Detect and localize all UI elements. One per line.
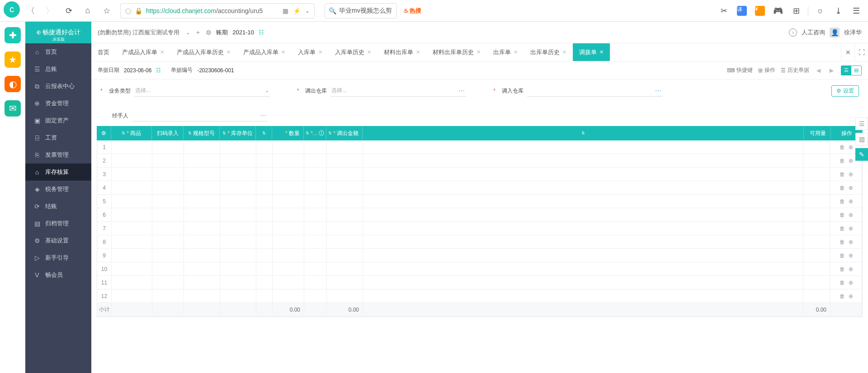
url-text: https://cloud.chanjet.com/accounting/uru… — [146, 7, 263, 14]
qr-icon[interactable]: ▦ — [283, 7, 288, 14]
fire-icon: ♨ — [403, 7, 409, 14]
search-icon: 🔍 — [329, 7, 336, 14]
search-box[interactable]: 🔍 毕业mv视频怎么剪 — [325, 3, 397, 19]
game-icon[interactable]: 🎮 — [770, 3, 786, 19]
download-icon[interactable]: ⤓ — [830, 3, 846, 19]
home-icon[interactable]: ⌂ — [80, 3, 96, 19]
search-placeholder: 毕业mv视频怎么剪 — [339, 7, 392, 15]
url-bar[interactable]: ◯ 🔒 https://cloud.chanjet.com/accounting… — [120, 3, 315, 19]
reload-icon[interactable]: ⟳ — [61, 3, 77, 19]
lock-icon: 🔒 — [135, 7, 142, 14]
bolt-icon[interactable]: ⚡ — [293, 7, 301, 14]
browser-toolbar: c 〈 〉 ⟳ ⌂ ☆ ◯ 🔒 https://cloud.chanjet.co… — [0, 0, 868, 22]
favorite-icon[interactable]: ☆ — [99, 3, 115, 19]
wallet-icon[interactable]: ¥ — [752, 3, 768, 19]
theme-icon[interactable]: ☼ — [812, 3, 828, 19]
hot-search-badge[interactable]: ♨ 热搜 — [403, 7, 421, 15]
nav-forward-icon[interactable]: 〉 — [42, 3, 58, 19]
browser-logo: c — [4, 1, 20, 18]
scissors-icon[interactable]: ✂ — [716, 3, 732, 19]
apps-icon[interactable]: ⊞ — [788, 3, 804, 19]
shield-icon: ◯ — [125, 8, 131, 14]
nav-back-icon[interactable]: 〈 — [23, 3, 39, 19]
menu-icon[interactable]: ☰ — [848, 3, 864, 19]
url-dropdown-icon[interactable]: ⌄ — [305, 8, 310, 14]
translate-icon[interactable]: 译 — [734, 3, 750, 19]
